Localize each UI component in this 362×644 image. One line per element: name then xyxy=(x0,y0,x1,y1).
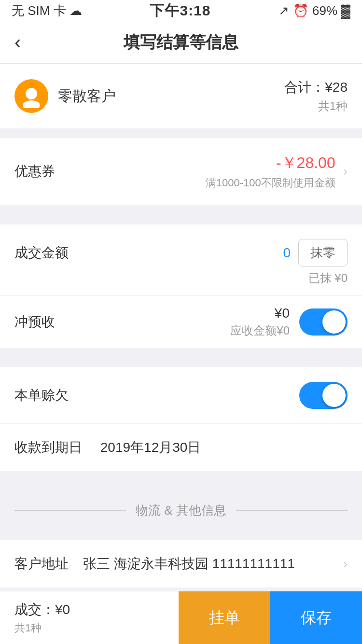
due-date-label: 收款到期日 xyxy=(14,440,82,455)
prepay-amount: ¥0 xyxy=(230,306,290,321)
debt-row: 本单赊欠 xyxy=(0,367,362,424)
divider-2 xyxy=(0,358,362,367)
coupon-chevron-icon: › xyxy=(343,164,348,179)
avatar xyxy=(14,79,48,113)
customer-total: 合计：¥28 xyxy=(284,78,348,97)
divider-1 xyxy=(0,215,362,224)
address-row[interactable]: 客户地址 张三 海淀永丰科技园 11111111111 › xyxy=(0,540,362,588)
prepay-right: ¥0 应收金额¥0 xyxy=(230,306,348,338)
toggle-knob xyxy=(322,310,346,334)
due-date-row[interactable]: 收款到期日 2019年12月30日 xyxy=(0,424,362,471)
prepay-receivable: 应收金额¥0 xyxy=(230,323,290,338)
coupon-desc: 满1000-100不限制使用金额 xyxy=(206,176,335,190)
address-chevron-icon: › xyxy=(343,556,348,572)
status-left: 无 SIM 卡 ☁ xyxy=(12,2,82,19)
bottom-count: 共1种 xyxy=(14,621,164,635)
battery-icon: ▓ xyxy=(341,3,350,18)
status-right: ↗ ⏰ 69% ▓ xyxy=(278,3,350,18)
bottom-summary: 成交：¥0 共1种 xyxy=(0,601,179,635)
divider-4 xyxy=(0,531,362,540)
svg-point-1 xyxy=(23,100,40,108)
customer-row: 零散客户 合计：¥28 共1种 xyxy=(0,64,362,128)
deal-amount-right: 0 抹零 xyxy=(283,239,348,266)
no-sim-text: 无 SIM 卡 ☁ xyxy=(12,2,82,19)
customer-left: 零散客户 xyxy=(14,79,116,113)
battery-text: 69% xyxy=(312,3,337,18)
nav-bar: ‹ 填写结算等信息 xyxy=(0,21,362,64)
debt-label: 本单赊欠 xyxy=(14,386,69,405)
deal-section: 成交金额 0 抹零 已抹 ¥0 冲预收 ¥0 应收金额¥0 xyxy=(0,224,362,348)
customer-count: 共1种 xyxy=(284,98,348,114)
bottom-deal-amount: ¥0 xyxy=(55,602,70,617)
status-time: 下午3:18 xyxy=(150,1,210,21)
bottom-deal-text: 成交：¥0 xyxy=(14,601,164,619)
page-title: 填写结算等信息 xyxy=(124,31,238,54)
divider-3 xyxy=(0,481,362,490)
customer-right: 合计：¥28 共1种 xyxy=(284,78,348,114)
deal-deducted: 已抹 ¥0 xyxy=(14,270,348,291)
back-button[interactable]: ‹ xyxy=(14,31,21,53)
address-label: 客户地址 xyxy=(14,555,69,573)
coupon-discount: -￥28.00 xyxy=(206,153,335,174)
header-line-right xyxy=(236,510,348,511)
prepay-amounts: ¥0 应收金额¥0 xyxy=(230,306,290,338)
deal-row-top: 成交金额 0 抹零 xyxy=(14,239,348,266)
alarm-icon: ⏰ xyxy=(293,3,308,18)
svg-point-0 xyxy=(26,88,37,99)
deal-amount-row: 成交金额 0 抹零 已抹 ¥0 xyxy=(0,224,362,296)
bottom-bar: 成交：¥0 共1种 挂单 保存 xyxy=(0,591,362,644)
pending-button[interactable]: 挂单 xyxy=(179,591,270,644)
round-off-button[interactable]: 抹零 xyxy=(298,239,348,266)
address-value: 张三 海淀永丰科技园 11111111111 xyxy=(83,555,335,573)
due-date-value: 2019年12月30日 xyxy=(100,440,201,455)
prepay-toggle[interactable] xyxy=(299,308,348,336)
coupon-section[interactable]: 优惠券 -￥28.00 满1000-100不限制使用金额 › xyxy=(0,138,362,205)
logistics-section-header: 物流 & 其他信息 xyxy=(0,490,362,531)
save-button[interactable]: 保存 xyxy=(270,591,362,644)
debt-toggle-knob xyxy=(322,384,346,407)
coupon-right: -￥28.00 满1000-100不限制使用金额 › xyxy=(206,153,348,190)
address-section: 客户地址 张三 海淀永丰科技园 11111111111 › xyxy=(0,540,362,588)
customer-section: 零散客户 合计：¥28 共1种 xyxy=(0,64,362,128)
debt-section: 本单赊欠 收款到期日 2019年12月30日 xyxy=(0,367,362,471)
location-icon: ↗ xyxy=(278,3,289,18)
bottom-deal-label: 成交： xyxy=(14,602,55,617)
coupon-label: 优惠券 xyxy=(14,162,55,181)
coupon-row[interactable]: 优惠券 -￥28.00 满1000-100不限制使用金额 › xyxy=(0,138,362,205)
customer-name: 零散客户 xyxy=(58,86,116,106)
header-line-left xyxy=(14,510,126,511)
deal-amount-label: 成交金额 xyxy=(14,244,69,262)
logistics-label: 物流 & 其他信息 xyxy=(136,502,226,519)
status-bar: 无 SIM 卡 ☁ 下午3:18 ↗ ⏰ 69% ▓ xyxy=(0,0,362,21)
prepay-label: 冲预收 xyxy=(14,313,55,331)
debt-toggle[interactable] xyxy=(299,382,348,409)
deal-amount-value[interactable]: 0 xyxy=(283,245,291,261)
prepay-row: 冲预收 ¥0 应收金额¥0 xyxy=(0,296,362,348)
